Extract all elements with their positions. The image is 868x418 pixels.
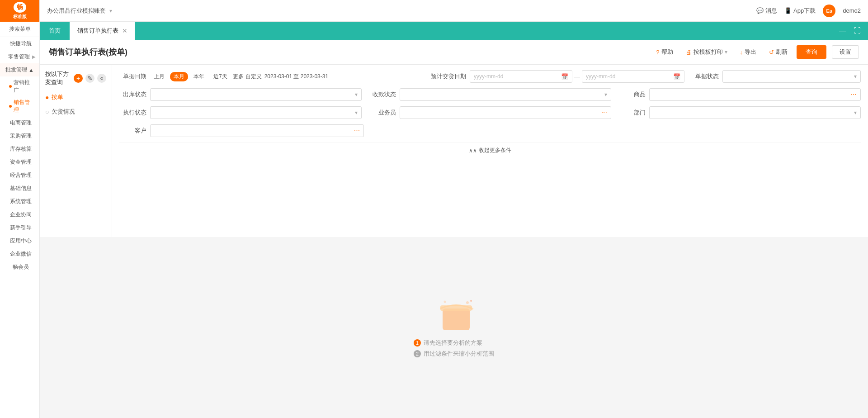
page-actions: ? 帮助 🖨 按模板打印 ▾ ↓ 导出 ↺ 刷新 xyxy=(652,45,859,59)
tab-spacer xyxy=(135,22,832,40)
date-to-input[interactable]: yyyy-mm-dd 📅 xyxy=(582,70,684,83)
dot-icon xyxy=(9,105,12,108)
help-button[interactable]: ? 帮助 xyxy=(652,46,676,58)
filter-sidebar-header: 按以下方案查询 + ✎ « xyxy=(40,70,112,90)
sidebar-item-app-center[interactable]: 应用中心 xyxy=(0,234,39,247)
sidebar-item-quick-nav[interactable]: 快捷导航 xyxy=(0,37,39,50)
last-month-tab[interactable]: 上月 xyxy=(150,72,168,81)
sidebar-item-operations[interactable]: 经营管理 xyxy=(0,169,39,182)
svg-rect-1 xyxy=(440,305,472,311)
close-icon[interactable]: ✕ xyxy=(122,27,127,34)
query-button[interactable]: 查询 xyxy=(797,45,826,59)
chevron-down-icon: ▾ xyxy=(604,91,607,98)
minimize-button[interactable]: — xyxy=(837,25,848,36)
sidebar-item-wechat[interactable]: 企业微信 xyxy=(0,247,39,261)
filter-layout: 按以下方案查询 + ✎ « ● 按单 ○ 欠货情况 xyxy=(40,65,868,237)
date-to-placeholder: yyyy-mm-dd xyxy=(586,73,615,80)
date-from-input[interactable]: yyyy-mm-dd 📅 xyxy=(470,70,572,83)
sidebar-item-member[interactable]: 畅会员 xyxy=(0,261,39,274)
expected-delivery-label: 预计交货日期 xyxy=(431,72,466,81)
app-download-button[interactable]: 📱 App下载 xyxy=(784,7,816,15)
sidebar-sub-item-sales[interactable]: 销售管理 xyxy=(0,96,39,116)
department-select[interactable]: ▾ xyxy=(649,106,861,119)
page-title: 销售订单执行表(按单) xyxy=(49,47,127,57)
message-label: 消息 xyxy=(765,7,777,15)
sidebar-item-finance[interactable]: 资金管理 xyxy=(0,156,39,169)
template-print-button[interactable]: 🖨 按模板打印 ▾ xyxy=(682,46,731,58)
filter-row-3: 执行状态 ▾ 业务员 ··· 部门 xyxy=(119,106,861,119)
wholesale-label: 批发管理 xyxy=(5,66,27,74)
collapse-more-button[interactable]: ∧∧ 收起更多条件 xyxy=(469,147,511,154)
customer-select[interactable]: ··· xyxy=(150,124,364,137)
filter-field-customer: 客户 ··· xyxy=(119,124,364,137)
more-date-btn[interactable]: 更多 xyxy=(233,73,244,81)
svg-point-3 xyxy=(470,300,472,302)
empty-text-1: 1 请先选择要分析的方案 xyxy=(414,339,482,347)
payment-status-select[interactable]: ▾ xyxy=(400,88,611,101)
sidebar: 畅 标准版 搜索菜单 快捷导航 零售管理 ▶ 批发管理 ▲ 营销推广 销售管理 … xyxy=(0,0,40,418)
settings-button[interactable]: 设置 xyxy=(832,45,859,59)
filter-actions-row: ∧∧ 收起更多条件 xyxy=(119,142,861,158)
filter-item-shortage[interactable]: ○ 欠货情况 xyxy=(40,104,112,119)
sidebar-item-wholesale[interactable]: 批发管理 ▲ xyxy=(0,63,39,76)
edit-filter-button[interactable]: ✎ xyxy=(85,74,94,83)
shipment-status-select[interactable]: ▾ xyxy=(150,88,362,101)
filter-field-goods: 商品 ··· xyxy=(618,88,861,101)
this-month-tab[interactable]: 本月 xyxy=(170,72,188,81)
calendar-icon: 📅 xyxy=(673,73,680,80)
tabbar: 首页 销售订单执行表 ✕ — ⛶ xyxy=(40,22,868,40)
app-logo[interactable]: 畅 标准版 xyxy=(0,0,39,22)
last7days-tab[interactable]: 近7天 xyxy=(210,72,231,81)
sidebar-item-enterprise[interactable]: 企业协同 xyxy=(0,208,39,221)
sidebar-item-inventory[interactable]: 库存核算 xyxy=(0,142,39,156)
chevron-down-icon: ▾ xyxy=(854,73,857,80)
sidebar-item-retail[interactable]: 零售管理 ▶ xyxy=(0,50,39,63)
ellipsis-icon[interactable]: ··· xyxy=(354,127,360,135)
logo-icon: 畅 xyxy=(14,2,26,13)
filter-field-date: 单据日期 上月 本月 本年 近7天 更多 自定义 2023-03-01 至 20… xyxy=(119,72,424,81)
single-status-label: 单据状态 xyxy=(692,72,719,81)
avatar: Ea xyxy=(823,5,835,17)
execution-status-select[interactable]: ▾ xyxy=(150,106,362,119)
sidebar-search[interactable]: 搜索菜单 xyxy=(0,22,39,37)
topbar: 办公用品行业模拟账套 ▾ 💬 消息 📱 App下载 Ea demo2 xyxy=(40,0,868,22)
main-area: 办公用品行业模拟账套 ▾ 💬 消息 📱 App下载 Ea demo2 首页 销售… xyxy=(40,0,868,418)
sidebar-item-basic-info[interactable]: 基础信息 xyxy=(0,182,39,195)
chevron-right-icon: ▶ xyxy=(32,54,36,59)
sidebar-item-ecommerce[interactable]: 电商管理 xyxy=(0,116,39,129)
filter-field-expected-delivery: 预计交货日期 yyyy-mm-dd 📅 — yyyy-mm-dd 📅 xyxy=(431,70,684,83)
ellipsis-icon[interactable]: ··· xyxy=(851,90,857,99)
message-button[interactable]: 💬 消息 xyxy=(756,7,777,15)
sidebar-item-beginner[interactable]: 新手引导 xyxy=(0,221,39,234)
username[interactable]: demo2 xyxy=(843,7,861,14)
page-title-row: 销售订单执行表(按单) ? 帮助 🖨 按模板打印 ▾ ↓ 导出 xyxy=(49,45,859,59)
logo-text: 标准版 xyxy=(13,14,27,20)
export-button[interactable]: ↓ 导出 xyxy=(736,46,760,58)
salesperson-select[interactable]: ··· xyxy=(400,106,611,119)
shipment-status-label: 出库状态 xyxy=(119,90,146,99)
goods-select[interactable]: ··· xyxy=(649,88,861,101)
tab-home[interactable]: 首页 xyxy=(40,22,70,40)
maximize-button[interactable]: ⛶ xyxy=(852,25,863,36)
sidebar-item-system[interactable]: 系统管理 xyxy=(0,195,39,208)
collapse-filter-button[interactable]: « xyxy=(97,74,106,83)
add-filter-button[interactable]: + xyxy=(74,74,83,83)
date-range-text: 2023-03-01 至 2023-03-31 xyxy=(264,73,328,81)
tab-label: 销售订单执行表 xyxy=(77,27,118,35)
sidebar-item-purchase[interactable]: 采购管理 xyxy=(0,129,39,142)
execution-status-label: 执行状态 xyxy=(119,109,146,117)
refresh-button[interactable]: ↺ 刷新 xyxy=(765,46,791,58)
calendar-icon: 📅 xyxy=(561,73,568,80)
search-label: 搜索菜单 xyxy=(9,26,31,32)
tab-sales-order[interactable]: 销售订单执行表 ✕ xyxy=(70,22,135,40)
sidebar-sub-item-marketing[interactable]: 营销推广 xyxy=(0,76,39,96)
chevron-down-icon: ▾ xyxy=(109,8,112,14)
this-year-tab[interactable]: 本年 xyxy=(190,72,208,81)
help-label: 帮助 xyxy=(661,48,673,56)
ellipsis-icon[interactable]: ··· xyxy=(601,109,607,117)
empty-line1: 请先选择要分析的方案 xyxy=(424,339,482,347)
single-status-select[interactable]: ▾ xyxy=(722,70,861,83)
custom-date-btn[interactable]: 自定义 xyxy=(245,73,262,81)
filter-item-by-order[interactable]: ● 按单 xyxy=(40,90,112,104)
goods-label: 商品 xyxy=(618,90,646,99)
